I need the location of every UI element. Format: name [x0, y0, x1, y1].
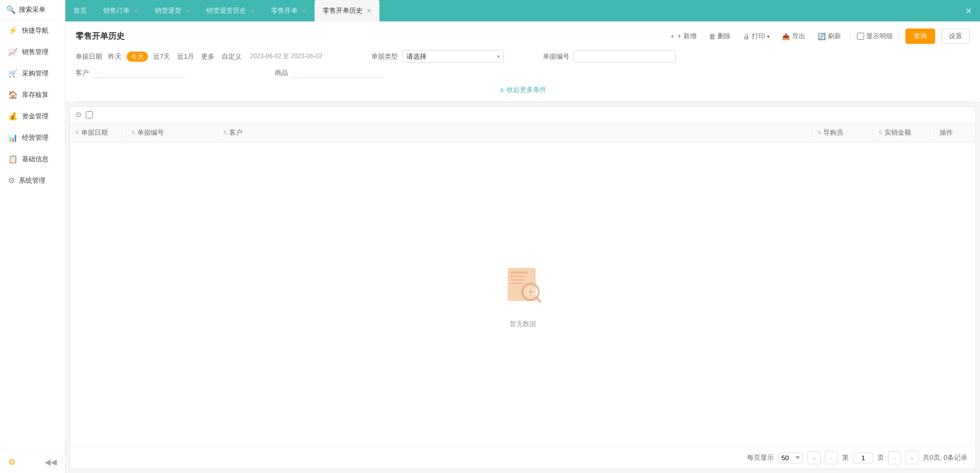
tab-sales-return-history-close[interactable]: ✕ [250, 8, 255, 14]
sort-icon-customer: ⇅ [223, 130, 227, 135]
empty-text: 暂无数据 [510, 319, 536, 329]
tab-sales-order[interactable]: 销售订单 ✕ [95, 0, 147, 21]
settings-button[interactable]: 设置 [941, 29, 970, 44]
filter-row-1: 单据日期 昨天 今天 近7天 近1月 更多 自定义 2023-06-02 至 2… [76, 50, 970, 63]
filter-area: 单据日期 昨天 今天 近7天 近1月 更多 自定义 2023-06-02 至 2… [76, 50, 970, 102]
tab-retail-history-close[interactable]: ✕ [367, 8, 371, 14]
filter-row-2: 客户 商品 [76, 68, 970, 78]
sidebar-search[interactable]: 🔍 搜索采单 [0, 0, 65, 20]
page-number-input[interactable] [853, 453, 873, 463]
tab-retail-open[interactable]: 零售开单 ✕ [263, 0, 315, 21]
add-button[interactable]: ＋ + 新增 [666, 30, 700, 43]
th-customer[interactable]: ⇅ 客户 [218, 123, 812, 142]
product-input[interactable] [292, 68, 384, 78]
date-shortcut-custom[interactable]: 自定义 [220, 52, 244, 62]
toolbar-divider [850, 32, 851, 40]
sidebar-item-inventory[interactable]: 🏠 库存核算 [0, 84, 65, 106]
date-filter-label: 单据日期 [76, 52, 102, 61]
operation-icon: 📊 [8, 133, 18, 142]
sidebar-item-quick-nav[interactable]: ⚡ 快捷导航 [0, 20, 65, 41]
th-amount[interactable]: ⇅ 实销金额 [873, 123, 935, 142]
sidebar-item-label: 采购管理 [22, 69, 49, 78]
collapse-more-button[interactable]: ∧ 收起更多条件 [76, 83, 970, 96]
svg-rect-4 [510, 283, 523, 284]
table-header: ⇅ 单据日期 ⇅ 单据编号 ⇅ 客户 ⇅ 导购员 ⇅ 实销金额 [70, 123, 975, 142]
date-shortcut-today[interactable]: 今天 [127, 52, 148, 62]
display-detail-label[interactable]: 显示明细 [857, 32, 893, 41]
sidebar-item-finance[interactable]: 💰 资金管理 [0, 106, 65, 127]
sidebar-item-sys-mgmt[interactable]: ⚙ 系统管理 [0, 170, 65, 191]
customer-filter: 客户 [76, 68, 185, 78]
date-shortcut-1month[interactable]: 近1月 [175, 52, 196, 62]
add-icon: ＋ [669, 32, 676, 41]
page-label: 第 [842, 453, 849, 462]
date-shortcut-7days[interactable]: 近7天 [151, 52, 172, 62]
customer-input[interactable] [93, 68, 185, 78]
doc-type-filter: 单据类型 请选择 [371, 50, 504, 63]
last-page-button[interactable]: » [905, 451, 919, 464]
sidebar-item-operation[interactable]: 📊 经营管理 [0, 127, 65, 148]
th-guide[interactable]: ⇅ 导购员 [812, 123, 873, 142]
th-no[interactable]: ⇅ 单据编号 [126, 123, 218, 142]
sidebar-item-purchase-mgmt[interactable]: 🛒 采购管理 [0, 63, 65, 84]
sidebar-item-basic-info[interactable]: 📋 基础信息 [0, 148, 65, 170]
date-shortcut-yesterday[interactable]: 昨天 [106, 52, 124, 62]
doc-no-input[interactable] [573, 50, 676, 63]
per-page-label: 每页显示 [747, 453, 774, 462]
first-page-button[interactable]: « [807, 451, 821, 464]
query-button[interactable]: 查询 [905, 29, 935, 44]
th-date[interactable]: ⇅ 单据日期 [70, 123, 126, 142]
tab-sales-return-close[interactable]: ✕ [185, 8, 190, 14]
pagination: 每页显示 50 10 20 100 « ‹ 第 页 › » 共0页, 0条记录 [70, 446, 975, 468]
sort-icon-amount: ⇅ [878, 130, 882, 135]
doc-type-select-wrap: 请选择 [402, 50, 504, 63]
doc-type-select[interactable]: 请选择 [402, 50, 504, 63]
tab-retail-open-close[interactable]: ✕ [302, 8, 306, 14]
print-button[interactable]: 🖨 打印 ▾ [740, 30, 773, 43]
settings-icon[interactable]: ⚙ [8, 457, 15, 467]
sidebar-item-label: 快捷导航 [22, 26, 49, 35]
sort-icon-guide: ⇅ [817, 130, 821, 135]
th-guide-label: 导购员 [823, 128, 843, 137]
sys-mgmt-icon: ⚙ [8, 176, 15, 185]
per-page-select[interactable]: 50 10 20 100 [778, 453, 803, 463]
tab-home-label: 首页 [74, 6, 87, 15]
doc-no-label: 单据编号 [543, 52, 569, 61]
delete-button[interactable]: 🗑 删除 [706, 30, 734, 43]
tab-sales-return[interactable]: 销货退货 ✕ [147, 0, 198, 21]
sidebar: 🔍 搜索采单 ⚡ 快捷导航 📈 销售管理 🛒 采购管理 🏠 库存核算 💰 资金管… [0, 0, 65, 473]
tab-home[interactable]: 首页 [65, 0, 95, 21]
collapse-more-label: 收起更多条件 [507, 85, 546, 94]
th-action: 操作 [935, 123, 975, 142]
th-date-label: 单据日期 [81, 128, 108, 137]
collapse-up-icon: ∧ [499, 86, 505, 94]
select-all-checkbox[interactable] [86, 111, 93, 118]
tab-sales-order-label: 销售订单 [103, 6, 130, 15]
collapse-sidebar-icon[interactable]: ◀◀ [44, 457, 57, 467]
table-settings-icon[interactable]: ⚙ [75, 110, 82, 119]
next-page-button[interactable]: › [888, 451, 901, 464]
date-shortcut-more[interactable]: 更多 [199, 52, 217, 62]
quick-nav-icon: ⚡ [8, 26, 18, 35]
sidebar-item-label: 销售管理 [22, 47, 49, 57]
prev-page-button[interactable]: ‹ [825, 451, 838, 464]
page-header: 零售开单历史 ＋ + 新增 🗑 删除 🖨 打印 ▾ [65, 21, 980, 103]
window-close-icon[interactable]: ✕ [965, 6, 972, 16]
sidebar-item-sales-mgmt[interactable]: 📈 销售管理 [0, 41, 65, 63]
sidebar-item-label: 系统管理 [19, 176, 45, 185]
th-customer-label: 客户 [229, 128, 243, 137]
tab-sales-order-close[interactable]: ✕ [134, 8, 138, 14]
export-button[interactable]: 📤 导出 [779, 30, 808, 43]
customer-label: 客户 [76, 68, 89, 78]
svg-rect-2 [510, 276, 525, 277]
refresh-button[interactable]: 🔄 刷新 [815, 30, 844, 43]
delete-icon: 🗑 [709, 33, 715, 40]
date-range-text: 2023-06-02 至 2023-06-02 [250, 52, 322, 61]
finance-icon: 💰 [8, 112, 18, 121]
toolbar: ＋ + 新增 🗑 删除 🖨 打印 ▾ 📤 导出 [666, 29, 970, 44]
page-suffix: 页 [877, 453, 884, 462]
tab-retail-history[interactable]: 零售开单历史 ✕ [315, 0, 379, 21]
display-detail-checkbox[interactable] [857, 33, 864, 40]
tab-sales-return-history[interactable]: 销货退货历史 ✕ [198, 0, 263, 21]
tab-retail-open-label: 零售开单 [271, 6, 298, 15]
